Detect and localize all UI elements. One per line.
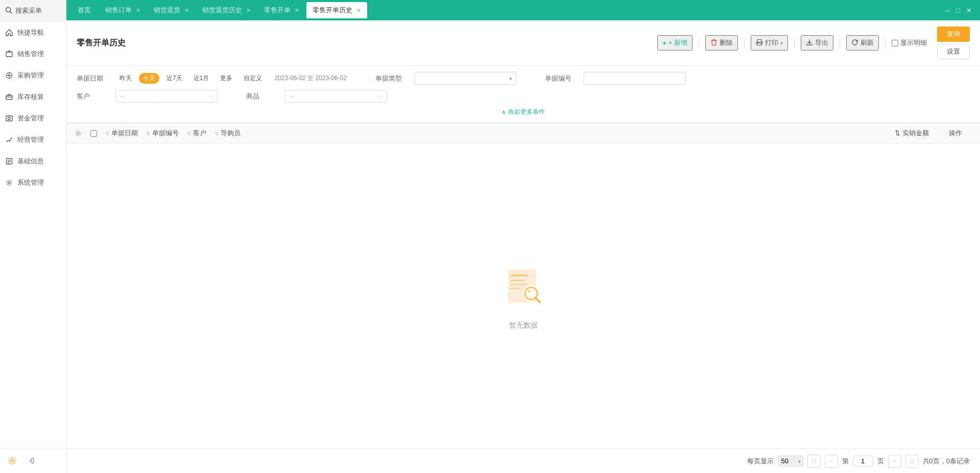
sort-up-icon: ⇅	[187, 131, 191, 136]
customer-input[interactable]: ···	[115, 90, 218, 103]
tab-sales-order[interactable]: 销售订单 ✕	[99, 2, 147, 18]
date-more[interactable]: 更多	[216, 73, 236, 84]
display-detail-input[interactable]	[892, 40, 898, 46]
svg-point-28	[528, 290, 531, 293]
refresh-button[interactable]: 刷新	[846, 35, 879, 51]
number-input[interactable]	[584, 72, 686, 85]
last-page-btn[interactable]: ⟩⟩	[905, 455, 919, 468]
page-suffix: 页	[877, 457, 884, 466]
restore-btn[interactable]: □	[956, 7, 960, 14]
sidebar-item-operations[interactable]: 经营管理	[0, 129, 66, 151]
svg-line-27	[536, 298, 540, 302]
empty-text: 暂无数据	[509, 321, 538, 330]
sidebar-item-label: 系统管理	[17, 178, 44, 187]
col-customer-label: 客户	[193, 129, 206, 138]
page-input[interactable]	[853, 456, 873, 466]
th-settings-icon[interactable]	[70, 130, 86, 137]
tab-close-icon[interactable]: ✕	[184, 8, 189, 13]
tab-sales-return[interactable]: 销货退货 ✕	[148, 2, 195, 18]
tab-retail-open-history[interactable]: 零售开单历史 ✕	[306, 2, 367, 18]
number-filter-label: 单据编号	[545, 74, 576, 83]
prev-page-btn[interactable]: ＜	[825, 455, 838, 468]
th-action: 操作	[935, 129, 976, 138]
sidebar-search[interactable]: 搜索采单	[0, 0, 66, 22]
empty-state: 暂无数据	[66, 143, 980, 449]
window-controls: ─ □ ✕	[945, 7, 976, 14]
finance-icon	[5, 114, 13, 122]
print-dropdown-icon[interactable]: ▾	[780, 40, 783, 46]
col-number-label: 单据编号	[152, 129, 179, 138]
date-range-display: 2023-06-02 至 2023-06-02	[274, 74, 346, 83]
inventory-icon	[5, 93, 13, 101]
date-1month[interactable]: 近1月	[189, 73, 213, 84]
filter-row-date: 单据日期 昨天 今天 近7天 近1月 更多 自定义 2023-06-02 至 2…	[77, 72, 970, 85]
tab-retail-open[interactable]: 零售开单 ✕	[258, 2, 305, 18]
sidebar-item-inventory[interactable]: 库存核算	[0, 86, 66, 108]
goods-input[interactable]: ···	[285, 90, 387, 103]
next-page-btn[interactable]: ＞	[888, 455, 901, 468]
per-page-select[interactable]: 10 20 50 100	[778, 456, 803, 466]
collapse-bar[interactable]: ∧ 收起更多条件	[77, 108, 970, 116]
close-btn[interactable]: ✕	[966, 7, 972, 14]
page-label: 第	[842, 457, 849, 466]
date-yesterday[interactable]: 昨天	[115, 73, 136, 84]
th-customer[interactable]: ⇅ 客户	[183, 129, 210, 138]
tab-close-icon[interactable]: ✕	[136, 8, 140, 13]
divider	[744, 39, 745, 47]
display-detail-label: 显示明细	[900, 38, 927, 47]
date-shortcuts: 昨天 今天 近7天 近1月 更多 自定义	[115, 73, 266, 84]
date-today[interactable]: 今天	[139, 73, 159, 84]
collapse-sidebar-icon[interactable]	[25, 454, 39, 468]
col-guide-label: 导购员	[221, 129, 241, 138]
search-icon	[5, 7, 12, 15]
tab-sales-return-label: 销货退货	[154, 6, 180, 15]
th-date[interactable]: ⇅ 单据日期	[101, 129, 142, 138]
select-all-checkbox[interactable]	[90, 130, 97, 137]
svg-line-1	[10, 11, 12, 13]
sidebar-item-label: 库存核算	[17, 92, 44, 102]
type-select[interactable]	[414, 72, 516, 85]
svg-rect-4	[6, 95, 12, 99]
date-custom[interactable]: 自定义	[240, 73, 266, 84]
th-guide[interactable]: ⇅ 导购员	[210, 129, 245, 138]
sidebar-item-purchase[interactable]: 采购管理	[0, 65, 66, 86]
query-button[interactable]: 查询	[937, 27, 970, 42]
th-checkbox[interactable]	[86, 130, 101, 137]
type-select-wrapper[interactable]	[414, 72, 516, 85]
sidebar-item-sys-mgmt[interactable]: 系统管理	[0, 172, 66, 193]
per-page-select-wrapper[interactable]: 10 20 50 100	[778, 456, 803, 466]
svg-rect-17	[757, 39, 761, 42]
per-page-label: 每页显示	[747, 457, 774, 466]
print-button[interactable]: 打印 ▾	[751, 35, 788, 51]
first-page-btn[interactable]: ⟨⟨	[807, 455, 821, 468]
sidebar-item-sales[interactable]: 销售管理	[0, 43, 66, 65]
th-amount[interactable]: ⇅ 实销金额	[874, 129, 935, 138]
sidebar-item-label: 快捷导航	[17, 28, 44, 37]
minimize-btn[interactable]: ─	[945, 7, 950, 14]
settings-bottom-icon[interactable]	[5, 454, 19, 468]
settings-button[interactable]: 设置	[937, 44, 970, 59]
col-action-label: 操作	[949, 129, 962, 137]
total-text: 共0页，0条记录	[923, 457, 970, 466]
sys-icon	[5, 179, 13, 187]
tab-home[interactable]: 首页	[70, 2, 98, 18]
sidebar-item-quick-nav[interactable]: 快捷导航	[0, 22, 66, 43]
add-button[interactable]: + + 新增	[657, 35, 692, 51]
tab-sales-return-history[interactable]: 销货退货历史 ✕	[196, 2, 257, 18]
type-filter-label: 单据类型	[375, 74, 406, 83]
export-button[interactable]: 导出	[801, 35, 833, 51]
purchase-icon	[5, 71, 13, 80]
delete-button[interactable]: 删除	[705, 35, 738, 51]
tab-close-icon[interactable]: ✕	[295, 8, 299, 13]
date-7days[interactable]: 近7天	[162, 73, 186, 84]
svg-point-15	[11, 460, 14, 462]
display-detail-checkbox[interactable]: 显示明细	[892, 38, 927, 47]
svg-rect-6	[6, 116, 12, 121]
th-number[interactable]: ⇅ 单据编号	[142, 129, 183, 138]
tab-close-icon[interactable]: ✕	[356, 8, 361, 13]
sidebar-item-finance[interactable]: 资金管理	[0, 108, 66, 129]
tab-close-icon[interactable]: ✕	[246, 8, 251, 13]
sidebar-item-label: 销售管理	[17, 49, 44, 59]
divider	[840, 39, 840, 47]
sidebar-item-basic-info[interactable]: 基础信息	[0, 151, 66, 172]
